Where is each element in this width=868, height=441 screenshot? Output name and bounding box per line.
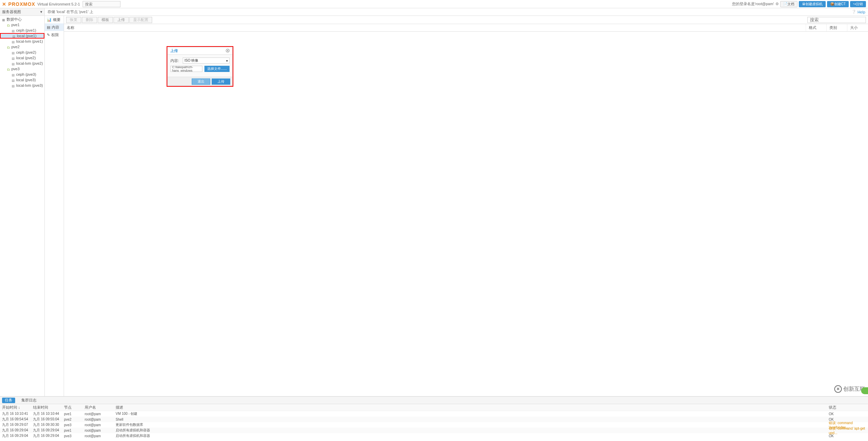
log-row[interactable]: 九月 16 09:29:07九月 16 09:30:30pve3root@pam…	[0, 422, 868, 428]
log-row[interactable]: 九月 16 09:29:04九月 16 09:29:04pve1root@pam…	[0, 428, 868, 433]
content-panel: 存储 'local' 在节点 'pve1' 上 ❔ Help 📊概要 ▤内容 ✎…	[45, 8, 868, 396]
log-row[interactable]: 九月 16 09:29:04九月 16 09:29:04pve3root@pam…	[0, 433, 868, 439]
content-select[interactable]: ISO 映像 ▾	[183, 57, 230, 64]
gear-icon[interactable]: ⚙	[775, 2, 779, 6]
sidebar: 服务器视图 ▾ 数据中心 pve1 ceph (pve1) local (pve…	[0, 8, 45, 396]
breadcrumb: 存储 'local' 在节点 'pve1' 上 ❔ Help	[45, 8, 868, 16]
upload-dialog-highlight: 上传 ⓧ 内容: ISO 映像 ▾ C:\fakepath\zh-hans_wi…	[167, 46, 233, 87]
col-desc[interactable]: 描述	[114, 404, 827, 411]
vertical-tabs: 📊概要 ▤内容 ✎权限	[45, 16, 64, 396]
node-icon	[7, 45, 10, 49]
datacenter-icon	[2, 18, 6, 21]
grid-header: 名称 格式 类别 大小	[64, 24, 868, 32]
storage-icon	[12, 51, 15, 54]
node-icon	[7, 23, 10, 27]
tree-node-pve1[interactable]: pve1	[0, 22, 44, 28]
col-format[interactable]: 格式	[806, 24, 827, 31]
login-label: 您的登录名是'root@pam'	[732, 1, 774, 7]
storage-icon	[12, 62, 15, 65]
create-vm-button[interactable]: 🖥 创建虚拟机	[799, 1, 826, 7]
storage-icon	[12, 56, 15, 60]
tree-storage-locallvm-pve1[interactable]: local-lvm (pve1)	[0, 39, 44, 44]
storage-icon	[12, 78, 15, 82]
content-toolbar: 恢复 删除 模板 上传 显示配置	[64, 16, 868, 24]
showconfig-button[interactable]: 显示配置	[129, 17, 152, 23]
log-row[interactable]: 九月 16 10:10:41九月 16 10:10:44pve1root@pam…	[0, 411, 868, 417]
col-start-time[interactable]: 开始时间 ↓	[0, 404, 31, 411]
permissions-icon: ✎	[47, 33, 50, 37]
server-tree: 数据中心 pve1 ceph (pve1) local (pve1) local…	[0, 16, 44, 396]
log-header: 开始时间 ↓ 结束时间 节点 用户名 描述 状态	[0, 404, 868, 411]
upload-dialog: 上传 ⓧ 内容: ISO 映像 ▾ C:\fakepath\zh-hans_wi…	[167, 47, 233, 86]
tree-storage-local-pve1[interactable]: local (pve1)	[0, 33, 44, 39]
col-status[interactable]: 状态	[827, 404, 868, 411]
logo: ✕ PROXMOX	[2, 1, 35, 7]
restore-button[interactable]: 恢复	[66, 17, 81, 23]
col-size[interactable]: 大小	[847, 24, 868, 31]
file-path-field[interactable]: C:\fakepath\zh-hans_windows	[170, 66, 202, 72]
storage-icon	[12, 29, 15, 32]
col-user[interactable]: 用户名	[83, 404, 114, 411]
dialog-titlebar[interactable]: 上传 ⓧ	[168, 47, 232, 55]
template-button[interactable]: 模板	[98, 17, 113, 23]
tree-node-pve2[interactable]: pve2	[0, 44, 44, 50]
tree-storage-local-pve2[interactable]: local (pve2)	[0, 55, 44, 61]
tree-storage-local-pve3[interactable]: local (pve3)	[0, 77, 44, 83]
logout-button[interactable]: ↪ 注销	[850, 1, 866, 7]
sidebar-title[interactable]: 服务器视图 ▾	[0, 8, 44, 16]
storage-icon	[12, 84, 15, 87]
col-name[interactable]: 名称	[64, 24, 806, 31]
top-bar: ✕ PROXMOX Virtual Environment 5.2-1 您的登录…	[0, 0, 868, 8]
chat-bubble-icon[interactable]	[861, 387, 868, 394]
global-search-input[interactable]	[83, 1, 120, 7]
create-ct-button[interactable]: 📦 创建CT	[827, 1, 849, 7]
delete-button[interactable]: 删除	[82, 17, 97, 23]
tab-permissions[interactable]: ✎权限	[45, 31, 64, 39]
content-label: 内容:	[170, 58, 181, 63]
tree-storage-ceph-pve1[interactable]: ceph (pve1)	[0, 28, 44, 33]
storage-icon	[12, 73, 15, 76]
version-text: Virtual Environment 5.2-1	[37, 2, 80, 6]
tree-storage-ceph-pve2[interactable]: ceph (pve2)	[0, 50, 44, 55]
col-node[interactable]: 节点	[62, 404, 83, 411]
tree-node-pve3[interactable]: pve3	[0, 66, 44, 72]
storage-icon	[12, 40, 15, 43]
log-body: 九月 16 10:10:41九月 16 10:10:44pve1root@pam…	[0, 411, 868, 441]
log-panel: 任务 集群日志 开始时间 ↓ 结束时间 节点 用户名 描述 状态 九月 16 1…	[0, 396, 868, 441]
dialog-cancel-button[interactable]: 退出	[192, 78, 210, 85]
tree-storage-locallvm-pve2[interactable]: local-lvm (pve2)	[0, 61, 44, 66]
tree-datacenter[interactable]: 数据中心	[0, 17, 44, 22]
choose-file-button[interactable]: 选择文件......	[204, 66, 230, 72]
content-search-input[interactable]	[807, 17, 866, 23]
upload-button[interactable]: 上传	[114, 17, 129, 23]
summary-icon: 📊	[47, 18, 52, 22]
main-area: 服务器视图 ▾ 数据中心 pve1 ceph (pve1) local (pve…	[0, 8, 868, 396]
log-row[interactable]: 九月 16 09:54:54九月 16 09:55:04pve2root@pam…	[0, 417, 868, 422]
tab-summary[interactable]: 📊概要	[45, 16, 64, 23]
content-icon: ▤	[47, 25, 50, 30]
help-button[interactable]: ❔ Help	[851, 10, 865, 14]
tab-cluster-log[interactable]: 集群日志	[19, 398, 39, 403]
doc-button[interactable]: 📄 文档	[780, 1, 797, 7]
tab-tasks[interactable]: 任务	[2, 398, 15, 403]
col-end-time[interactable]: 结束时间	[31, 404, 62, 411]
tree-storage-ceph-pve3[interactable]: ceph (pve3)	[0, 72, 44, 77]
chevron-down-icon: ▾	[226, 59, 228, 63]
tree-storage-locallvm-pve3[interactable]: local-lvm (pve3)	[0, 83, 44, 88]
tab-content[interactable]: ▤内容	[45, 23, 64, 31]
storage-icon	[12, 34, 16, 38]
col-type[interactable]: 类别	[827, 24, 847, 31]
close-icon[interactable]: ⓧ	[226, 48, 230, 53]
dialog-upload-button[interactable]: 上传	[212, 78, 230, 85]
node-icon	[7, 67, 10, 71]
log-tabs: 任务 集群日志	[0, 397, 868, 404]
